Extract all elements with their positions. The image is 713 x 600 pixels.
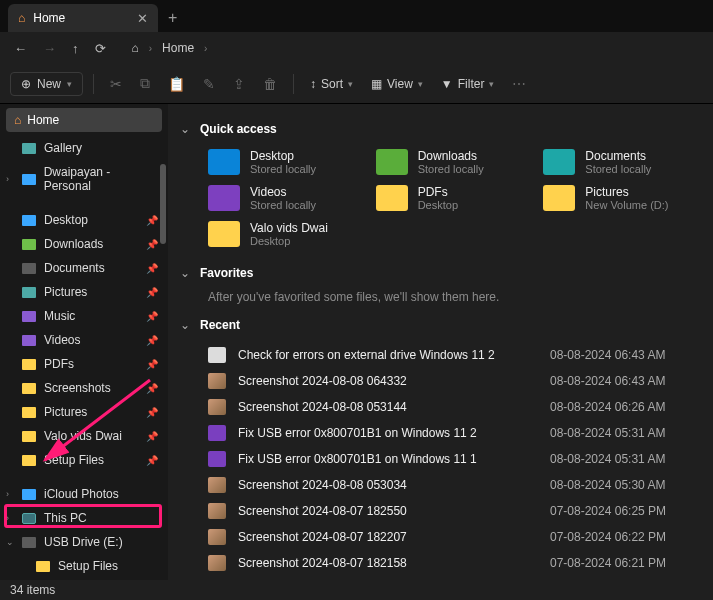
sidebar-item-pinned[interactable]: Setup Files📌 xyxy=(0,448,168,472)
sidebar-item-gallery[interactable]: Gallery xyxy=(0,136,168,160)
folder-icon xyxy=(22,215,36,226)
recent-item[interactable]: Fix USB error 0x800701B1 on Windows 11 2… xyxy=(180,420,701,446)
sidebar-label: Setup Files xyxy=(44,453,104,467)
file-icon xyxy=(208,503,226,519)
more-icon[interactable]: ⋯ xyxy=(506,72,532,96)
qa-title: Desktop xyxy=(250,149,316,163)
sidebar-item-pinned[interactable]: Pictures📌 xyxy=(0,280,168,304)
sidebar-item-pinned[interactable]: Videos📌 xyxy=(0,328,168,352)
recent-item[interactable]: Screenshot 2024-08-07 18214707-08-2024 0… xyxy=(180,576,701,580)
quickaccess-item[interactable]: PDFsDesktop xyxy=(376,182,534,214)
sidebar-item-usb[interactable]: ⌄ USB Drive (E:) xyxy=(0,530,168,554)
chevron-right-icon[interactable]: › xyxy=(6,489,9,499)
folder-icon xyxy=(22,407,36,418)
share-icon[interactable]: ⇪ xyxy=(227,72,251,96)
quickaccess-item[interactable]: PicturesNew Volume (D:) xyxy=(543,182,701,214)
recent-item[interactable]: Screenshot 2024-08-08 05303408-08-2024 0… xyxy=(180,472,701,498)
onedrive-icon xyxy=(22,174,36,185)
scrollbar-thumb[interactable] xyxy=(160,164,166,244)
qa-title: Downloads xyxy=(418,149,484,163)
chevron-down-icon[interactable]: ⌄ xyxy=(180,122,190,136)
filter-button[interactable]: ▼ Filter ▾ xyxy=(435,73,501,95)
cut-icon[interactable]: ✂ xyxy=(104,72,128,96)
chevron-down-icon[interactable]: ⌄ xyxy=(180,318,190,332)
breadcrumb[interactable]: ⌂ › Home › xyxy=(132,41,208,55)
sidebar-label: Desktop xyxy=(44,213,88,227)
sidebar-item-pinned[interactable]: Screenshots📌 xyxy=(0,376,168,400)
chevron-down-icon[interactable]: ⌄ xyxy=(6,537,14,547)
view-button[interactable]: ▦ View ▾ xyxy=(365,73,429,95)
recent-item[interactable]: Screenshot 2024-08-08 05314408-08-2024 0… xyxy=(180,394,701,420)
section-recent[interactable]: ⌄ Recent xyxy=(180,318,701,332)
sidebar-label: Dwaipayan - Personal xyxy=(44,165,158,193)
recent-date: 07-08-2024 06:22 PM xyxy=(550,530,666,544)
up-button[interactable]: ↑ xyxy=(72,41,79,56)
pin-icon: 📌 xyxy=(146,431,158,442)
recent-item[interactable]: Screenshot 2024-08-07 18220707-08-2024 0… xyxy=(180,524,701,550)
qa-subtitle: Stored locally xyxy=(418,163,484,175)
forward-button[interactable]: → xyxy=(43,41,56,56)
file-icon xyxy=(208,373,226,389)
status-item-count: 34 items xyxy=(10,583,55,597)
chevron-right-icon: › xyxy=(149,43,152,54)
sidebar-item-thispc[interactable]: › This PC xyxy=(0,506,168,530)
folder-icon xyxy=(22,311,36,322)
chevron-right-icon[interactable]: › xyxy=(6,513,9,523)
section-label: Favorites xyxy=(200,266,253,280)
home-icon: ⌂ xyxy=(18,11,25,25)
sidebar-item-icloud[interactable]: › iCloud Photos xyxy=(0,482,168,506)
sidebar-item-pinned[interactable]: Documents📌 xyxy=(0,256,168,280)
sidebar-item-pinned[interactable]: Pictures📌 xyxy=(0,400,168,424)
sidebar-item-pinned[interactable]: Desktop📌 xyxy=(0,208,168,232)
pin-icon: 📌 xyxy=(146,287,158,298)
sidebar-item-personal[interactable]: › Dwaipayan - Personal xyxy=(0,160,168,198)
chevron-down-icon[interactable]: ⌄ xyxy=(180,266,190,280)
paste-icon[interactable]: 📋 xyxy=(162,72,191,96)
file-icon xyxy=(208,451,226,467)
quickaccess-item[interactable]: DesktopStored locally xyxy=(208,146,366,178)
folder-icon xyxy=(208,149,240,175)
copy-icon[interactable]: ⧉ xyxy=(134,71,156,96)
recent-item[interactable]: Check for errors on external drive Windo… xyxy=(180,342,701,368)
sidebar-item-pinned[interactable]: Valo vids Dwai📌 xyxy=(0,424,168,448)
recent-item[interactable]: Screenshot 2024-08-08 06433208-08-2024 0… xyxy=(180,368,701,394)
sidebar-label: Screenshots xyxy=(44,381,111,395)
recent-item[interactable]: Screenshot 2024-08-07 18255007-08-2024 0… xyxy=(180,498,701,524)
quickaccess-item[interactable]: DownloadsStored locally xyxy=(376,146,534,178)
sidebar-item-usb-child[interactable]: Setup Files xyxy=(0,554,168,578)
section-favorites[interactable]: ⌄ Favorites xyxy=(180,266,701,280)
new-button[interactable]: ⊕ New ▾ xyxy=(10,72,83,96)
back-button[interactable]: ← xyxy=(14,41,27,56)
breadcrumb-home[interactable]: Home xyxy=(162,41,194,55)
quickaccess-item[interactable]: DocumentsStored locally xyxy=(543,146,701,178)
refresh-button[interactable]: ⟳ xyxy=(95,41,106,56)
plus-circle-icon: ⊕ xyxy=(21,77,31,91)
tab-home[interactable]: ⌂ Home ✕ xyxy=(8,4,158,32)
sidebar-item-home[interactable]: ⌂ Home xyxy=(6,108,162,132)
sidebar-item-subrata[interactable]: › Subrata Kanjilal files xyxy=(0,578,168,580)
pin-icon: 📌 xyxy=(146,311,158,322)
sidebar-label: Videos xyxy=(44,333,80,347)
recent-item[interactable]: Fix USB error 0x800701B1 on Windows 11 1… xyxy=(180,446,701,472)
chevron-right-icon[interactable]: › xyxy=(6,174,9,184)
close-icon[interactable]: ✕ xyxy=(137,11,148,26)
quickaccess-item[interactable]: Valo vids DwaiDesktop xyxy=(208,218,366,250)
sidebar-item-pinned[interactable]: Downloads📌 xyxy=(0,232,168,256)
section-quickaccess[interactable]: ⌄ Quick access xyxy=(180,122,701,136)
recent-item[interactable]: Screenshot 2024-08-07 18215807-08-2024 0… xyxy=(180,550,701,576)
quickaccess-item[interactable]: VideosStored locally xyxy=(208,182,366,214)
sort-button[interactable]: ↕ Sort ▾ xyxy=(304,73,359,95)
sidebar-label: Documents xyxy=(44,261,105,275)
sidebar-item-pinned[interactable]: PDFs📌 xyxy=(0,352,168,376)
new-tab-button[interactable]: + xyxy=(168,9,177,27)
qa-subtitle: Desktop xyxy=(250,235,328,247)
rename-icon[interactable]: ✎ xyxy=(197,72,221,96)
delete-icon[interactable]: 🗑 xyxy=(257,72,283,96)
recent-name: Check for errors on external drive Windo… xyxy=(238,348,538,362)
file-icon xyxy=(208,399,226,415)
pin-icon: 📌 xyxy=(146,239,158,250)
sidebar-item-pinned[interactable]: Music📌 xyxy=(0,304,168,328)
toolbar: ⊕ New ▾ ✂ ⧉ 📋 ✎ ⇪ 🗑 ↕ Sort ▾ ▦ View ▾ ▼ … xyxy=(0,64,713,104)
folder-icon xyxy=(376,185,408,211)
sidebar-label: Downloads xyxy=(44,237,103,251)
